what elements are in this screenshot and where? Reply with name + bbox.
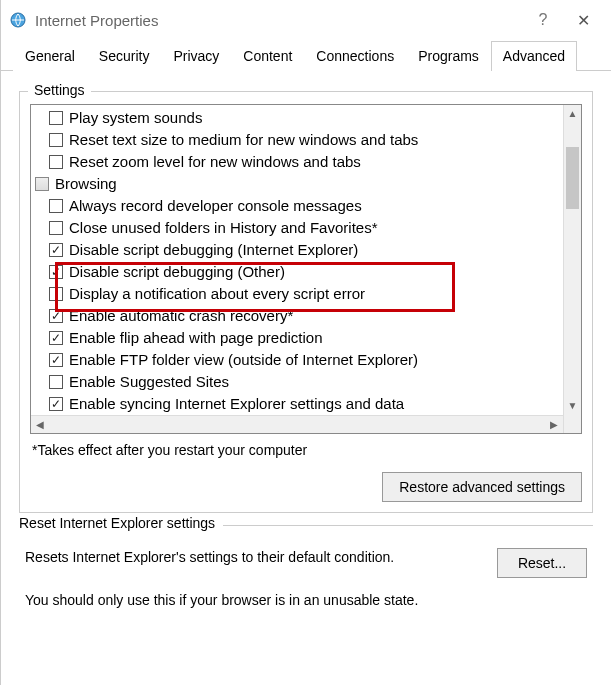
- content: Settings Play system soundsReset text si…: [1, 71, 611, 628]
- restart-note: *Takes effect after you restart your com…: [30, 434, 582, 472]
- scroll-left-icon[interactable]: ◀: [31, 416, 49, 434]
- list-item: Play system sounds: [31, 107, 563, 129]
- tab-programs[interactable]: Programs: [406, 41, 491, 71]
- item-label: Enable FTP folder view (outside of Inter…: [69, 350, 418, 370]
- checkbox[interactable]: [49, 133, 63, 147]
- reset-warning: You should only use this if your browser…: [25, 592, 587, 608]
- tab-connections[interactable]: Connections: [304, 41, 406, 71]
- scroll-down-icon[interactable]: ▼: [564, 397, 581, 415]
- close-icon[interactable]: ✕: [563, 11, 603, 30]
- titlebar: Internet Properties ? ✕: [1, 0, 611, 40]
- checkbox[interactable]: [49, 221, 63, 235]
- reset-row: Resets Internet Explorer's settings to t…: [25, 548, 587, 578]
- help-icon[interactable]: ?: [523, 11, 563, 29]
- reset-button[interactable]: Reset...: [497, 548, 587, 578]
- item-label: Close unused folders in History and Favo…: [69, 218, 377, 238]
- checkbox[interactable]: [49, 353, 63, 367]
- item-label: Disable script debugging (Other): [69, 262, 285, 282]
- item-label: Disable script debugging (Internet Explo…: [69, 240, 358, 260]
- tab-content[interactable]: Content: [231, 41, 304, 71]
- item-label: Display a notification about every scrip…: [69, 284, 365, 304]
- tab-privacy[interactable]: Privacy: [161, 41, 231, 71]
- settings-group: Settings Play system soundsReset text si…: [19, 91, 593, 513]
- checkbox[interactable]: [49, 155, 63, 169]
- checkbox[interactable]: [49, 243, 63, 257]
- checkbox[interactable]: [49, 287, 63, 301]
- category-icon: [35, 177, 49, 191]
- ie-icon: [9, 11, 27, 29]
- reset-group: Reset Internet Explorer settings Resets …: [19, 525, 593, 618]
- item-label: Enable automatic crash recovery*: [69, 306, 293, 326]
- restore-advanced-button[interactable]: Restore advanced settings: [382, 472, 582, 502]
- checkbox[interactable]: [49, 375, 63, 389]
- list-item: Browsing: [31, 173, 563, 195]
- checkbox[interactable]: [49, 397, 63, 411]
- item-label: Reset zoom level for new windows and tab…: [69, 152, 361, 172]
- list-item: Reset zoom level for new windows and tab…: [31, 151, 563, 173]
- checkbox[interactable]: [49, 309, 63, 323]
- list-item: Reset text size to medium for new window…: [31, 129, 563, 151]
- restore-row: Restore advanced settings: [30, 472, 582, 502]
- settings-legend: Settings: [28, 82, 91, 98]
- internet-properties-window: Internet Properties ? ✕ General Security…: [0, 0, 611, 685]
- checkbox[interactable]: [49, 265, 63, 279]
- list-item: Enable Suggested Sites: [31, 371, 563, 393]
- settings-listbox: Play system soundsReset text size to med…: [30, 104, 582, 434]
- scroll-right-icon[interactable]: ▶: [545, 416, 563, 434]
- item-label: Browsing: [55, 174, 117, 194]
- settings-list: Play system soundsReset text size to med…: [31, 105, 563, 433]
- scroll-thumb[interactable]: [566, 147, 579, 209]
- tab-advanced[interactable]: Advanced: [491, 41, 577, 71]
- checkbox[interactable]: [49, 111, 63, 125]
- item-label: Enable flip ahead with page prediction: [69, 328, 323, 348]
- item-label: Enable syncing Internet Explorer setting…: [69, 394, 404, 414]
- list-item: Enable automatic crash recovery*: [31, 305, 563, 327]
- scroll-up-icon[interactable]: ▲: [564, 105, 581, 123]
- vertical-scrollbar[interactable]: ▲ ▼: [563, 105, 581, 433]
- list-item: Close unused folders in History and Favo…: [31, 217, 563, 239]
- list-item: Disable script debugging (Other): [31, 261, 563, 283]
- checkbox[interactable]: [49, 331, 63, 345]
- tab-security[interactable]: Security: [87, 41, 162, 71]
- horizontal-scrollbar[interactable]: ◀ ▶: [31, 415, 563, 433]
- list-item: Display a notification about every scrip…: [31, 283, 563, 305]
- reset-description: Resets Internet Explorer's settings to t…: [25, 548, 479, 567]
- item-label: Always record developer console messages: [69, 196, 362, 216]
- list-item: Always record developer console messages: [31, 195, 563, 217]
- tabstrip: General Security Privacy Content Connect…: [1, 40, 611, 71]
- list-item: Enable FTP folder view (outside of Inter…: [31, 349, 563, 371]
- reset-legend: Reset Internet Explorer settings: [19, 515, 223, 531]
- checkbox[interactable]: [49, 199, 63, 213]
- list-item: Disable script debugging (Internet Explo…: [31, 239, 563, 261]
- tab-general[interactable]: General: [13, 41, 87, 71]
- list-item: Enable syncing Internet Explorer setting…: [31, 393, 563, 415]
- window-title: Internet Properties: [35, 12, 523, 29]
- item-label: Enable Suggested Sites: [69, 372, 229, 392]
- list-item: Enable flip ahead with page prediction: [31, 327, 563, 349]
- item-label: Reset text size to medium for new window…: [69, 130, 418, 150]
- item-label: Play system sounds: [69, 108, 202, 128]
